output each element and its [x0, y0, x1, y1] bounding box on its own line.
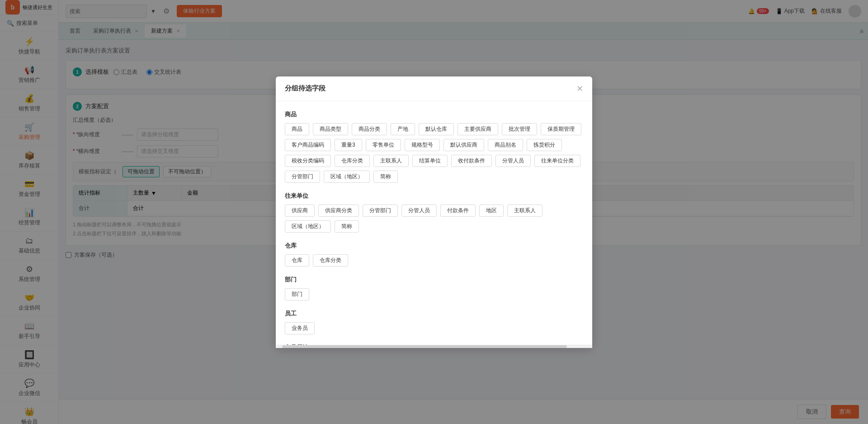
field-tag[interactable]: 产地 — [391, 123, 415, 135]
field-tags-partner: 供应商供应商分类分管部门分管人员付款条件地区主联系人区域（地区）简称 — [285, 205, 583, 233]
field-tag[interactable]: 供应商 — [285, 205, 315, 217]
modal-close-icon[interactable]: ✕ — [576, 84, 583, 94]
field-tag[interactable]: 供应商分类 — [318, 205, 359, 217]
modal-header: 分组待选字段 ✕ — [276, 76, 592, 101]
field-tag[interactable]: 分管部门 — [363, 205, 398, 217]
modal-section-product: 商品商品商品类型商品分类产地默认仓库主要供应商批次管理保质期管理客户商品编码重量… — [285, 110, 583, 183]
modal-scrollbar-thumb — [282, 345, 567, 348]
field-tag[interactable]: 分管人员 — [495, 155, 531, 167]
field-tag[interactable]: 主联系人 — [507, 205, 542, 217]
modal-overlay: 分组待选字段 ✕ 商品商品商品类型商品分类产地默认仓库主要供应商批次管理保质期管… — [0, 0, 868, 424]
field-tag[interactable]: 仓库 — [285, 254, 309, 267]
modal-section-title-department: 部门 — [285, 276, 583, 284]
field-tags-product: 商品商品类型商品分类产地默认仓库主要供应商批次管理保质期管理客户商品编码重量3零… — [285, 123, 583, 183]
modal-title: 分组待选字段 — [285, 84, 326, 93]
field-tags-warehouse: 仓库仓库分类 — [285, 254, 583, 267]
field-tag[interactable]: 简称 — [373, 171, 398, 183]
field-tag[interactable]: 保质期管理 — [541, 123, 581, 135]
field-tag[interactable]: 区域（地区） — [324, 171, 370, 183]
field-tag[interactable]: 地区 — [479, 205, 504, 217]
field-tag[interactable]: 批次管理 — [502, 123, 537, 135]
field-tag[interactable]: 部门 — [285, 288, 309, 300]
modal-section-title-employee: 员工 — [285, 310, 583, 318]
modal-section-title-product: 商品 — [285, 110, 583, 119]
modal-section-warehouse: 仓库仓库仓库分类 — [285, 242, 583, 267]
field-tag[interactable]: 默认仓库 — [419, 123, 454, 135]
field-tag[interactable]: 分管部门 — [285, 171, 320, 183]
field-tag[interactable]: 简称 — [335, 220, 359, 233]
field-tags-department: 部门 — [285, 288, 583, 300]
field-tag[interactable]: 付款条件 — [440, 205, 476, 217]
field-tag[interactable]: 主要供应商 — [458, 123, 498, 135]
field-tag[interactable]: 商品分类 — [352, 123, 387, 135]
modal: 分组待选字段 ✕ 商品商品商品类型商品分类产地默认仓库主要供应商批次管理保质期管… — [276, 76, 592, 348]
modal-body: 商品商品商品类型商品分类产地默认仓库主要供应商批次管理保质期管理客户商品编码重量… — [276, 101, 592, 345]
field-tag[interactable]: 往来单位分类 — [534, 155, 580, 167]
field-tag[interactable]: 零售单位 — [366, 139, 401, 151]
field-tag[interactable]: 结算单位 — [412, 155, 448, 167]
field-tag[interactable]: 分管人员 — [401, 205, 437, 217]
field-tags-employee: 业务员 — [285, 322, 583, 334]
field-tag[interactable]: 税收分类编码 — [285, 155, 331, 167]
field-tag[interactable]: 重量3 — [335, 139, 362, 151]
field-tag[interactable]: 商品别名 — [488, 139, 523, 151]
field-tag[interactable]: 区域（地区） — [285, 220, 331, 233]
field-tag[interactable]: 拣货积分 — [527, 139, 562, 151]
modal-section-title-warehouse: 仓库 — [285, 242, 583, 250]
field-tag[interactable]: 仓库分类 — [335, 155, 370, 167]
modal-section-title-partner: 往来单位 — [285, 192, 583, 200]
field-tag[interactable]: 规格型号 — [405, 139, 440, 151]
field-tag[interactable]: 默认供应商 — [443, 139, 484, 151]
field-tag[interactable]: 客户商品编码 — [285, 139, 331, 151]
modal-section-partner: 往来单位供应商供应商分类分管部门分管人员付款条件地区主联系人区域（地区）简称 — [285, 192, 583, 233]
field-tag[interactable]: 主联系人 — [373, 155, 409, 167]
modal-section-employee: 员工业务员 — [285, 310, 583, 334]
field-tag[interactable]: 收付款条件 — [451, 155, 492, 167]
field-tag[interactable]: 商品类型 — [313, 123, 348, 135]
field-tag[interactable]: 业务员 — [285, 322, 315, 334]
field-tag[interactable]: 仓库分类 — [313, 254, 348, 267]
field-tag[interactable]: 商品 — [285, 123, 309, 135]
modal-scrollbar-x[interactable] — [276, 345, 592, 348]
modal-section-department: 部门部门 — [285, 276, 583, 300]
